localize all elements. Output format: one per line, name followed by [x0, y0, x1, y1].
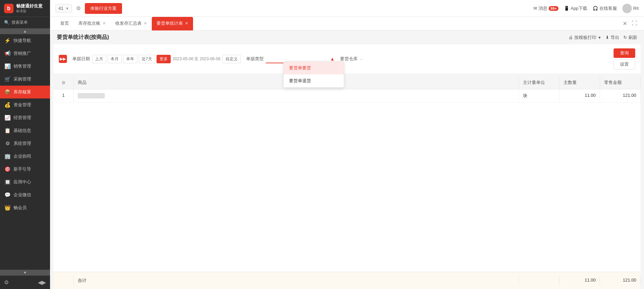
- sidebar-item-wechat[interactable]: 💬 企业微信: [0, 188, 50, 201]
- settings-bottom-icon[interactable]: ⚙: [4, 279, 9, 286]
- td-unit: 块: [519, 89, 559, 102]
- search-menu-item[interactable]: 🔍 搜索菜单: [0, 17, 50, 28]
- operation-icon: 📈: [4, 115, 11, 121]
- guide-icon: 🎯: [4, 166, 11, 172]
- sidebar-item-purchase[interactable]: 🛒 采购管理: [0, 73, 50, 86]
- topbar-right: ✉ 消息 99+ 📱 App下载 🎧 在线客服 Rit: [533, 4, 639, 13]
- tab-expand-icon[interactable]: ⛶: [630, 19, 639, 28]
- sidebar-item-enterprise[interactable]: 🏢 企业协同: [0, 150, 50, 163]
- sidebar-item-inventory[interactable]: 📦 库存核算: [0, 86, 50, 98]
- search-icon: 🔍: [4, 20, 9, 25]
- date-filter-group: 单据日期 上月 本月 本年 近7天 更多 2023-05-06 至 2023-0…: [72, 55, 241, 63]
- tf-total-quantity: 11.00: [559, 275, 600, 286]
- order-type-chevron-icon[interactable]: ▲: [330, 56, 335, 62]
- tab-order-stats-close-icon[interactable]: ✕: [185, 21, 188, 25]
- tab-receive-summary-close-icon[interactable]: ✕: [144, 21, 147, 25]
- tf-empty1: [53, 275, 74, 286]
- page-title: 要货单统计表(按商品): [57, 34, 109, 41]
- filter-buttons: 查询 设置: [614, 48, 635, 69]
- tab-order-stats[interactable]: 要货单统计表 ✕: [152, 17, 193, 30]
- date-filter-label: 单据日期: [72, 56, 90, 62]
- sidebar-item-basic[interactable]: 📋 基础信息: [0, 124, 50, 137]
- table-body: 1 块 11.00 121.00: [53, 89, 641, 272]
- sidebar-item-member[interactable]: 👑 畅会员: [0, 201, 50, 214]
- tab-inventory-batch-close-icon[interactable]: ✕: [102, 21, 106, 25]
- filter-expand-button[interactable]: ▶▶: [59, 55, 67, 63]
- sidebar-logo: b 畅捷通好生意 标准版: [0, 0, 50, 17]
- sidebar-scroll-down[interactable]: ▼: [0, 270, 50, 275]
- warehouse-filter-group: 要货仓库 ···: [340, 56, 363, 62]
- date-btn-this-year[interactable]: 本年: [123, 55, 137, 63]
- th-unit: 主计量单位: [519, 76, 559, 89]
- date-btn-up-month[interactable]: 上月: [92, 55, 106, 63]
- user-avatar-item[interactable]: Rit: [622, 4, 639, 13]
- product-blurred-value: [78, 93, 105, 98]
- td-quantity: 11.00: [559, 89, 600, 102]
- tab-close-all-icon[interactable]: ✕: [621, 19, 628, 28]
- filter-area: ▶▶ 单据日期 上月 本月 本年 近7天 更多 2023-05-06 至 202…: [53, 44, 641, 73]
- sidebar-item-quick-nav[interactable]: ⚡ 快捷导航: [0, 34, 50, 47]
- marketing-icon: 📢: [4, 50, 11, 57]
- date-btn-last-7-days[interactable]: 近7天: [139, 55, 155, 63]
- table-footer: 合计 11.00 121.00: [53, 272, 641, 289]
- page-header: 要货单统计表(按商品) 🖨 按模板打印 ▼ ⬇ 导出 ↻ 刷新: [50, 30, 644, 44]
- wechat-icon: 💬: [4, 192, 11, 198]
- td-product: [74, 89, 519, 102]
- tabs-bar: 首页 库存批次账 ✕ 收发存汇总表 ✕ 要货单统计表 ✕ ✕ ⛶: [50, 17, 644, 30]
- sales-icon: 📊: [4, 63, 11, 69]
- warehouse-more-icon[interactable]: ···: [360, 57, 363, 62]
- sidebar-item-guide[interactable]: 🎯 新手引导: [0, 163, 50, 176]
- selector-chevron-icon: ▼: [65, 6, 69, 10]
- industry-solution-button[interactable]: 体验行业方案: [85, 3, 122, 14]
- dropdown-item-order-request[interactable]: 要货单要货: [284, 62, 344, 74]
- system-icon: ⚙: [4, 140, 11, 147]
- dropdown-item-order-return[interactable]: 要货单退货: [284, 74, 344, 87]
- tab-home[interactable]: 首页: [55, 17, 74, 30]
- td-amount: 121.00: [600, 89, 641, 102]
- sidebar-item-app-center[interactable]: 🔲 应用中心: [0, 176, 50, 188]
- print-dropdown-chevron-icon: ▼: [598, 36, 601, 40]
- sidebar-toggle-icon[interactable]: ◀▶: [38, 279, 46, 286]
- app-download-item[interactable]: 📱 App下载: [564, 5, 587, 12]
- sidebar-item-marketing[interactable]: 📢 营销推广: [0, 47, 50, 60]
- messages-item[interactable]: ✉ 消息 99+: [533, 5, 558, 12]
- messages-icon: ✉: [533, 6, 537, 11]
- date-filter-buttons: 上月 本月 本年 近7天 更多: [92, 55, 171, 63]
- th-index: ⚙: [53, 76, 74, 89]
- date-btn-more[interactable]: 更多: [157, 55, 171, 63]
- sidebar-item-finance[interactable]: 💰 资金管理: [0, 98, 50, 111]
- tabs-expand-area: ✕ ⛶: [621, 19, 639, 28]
- table-settings-icon[interactable]: ⚙: [62, 80, 66, 85]
- tab-inventory-batch[interactable]: 库存批次账 ✕: [74, 17, 111, 30]
- basic-icon: 📋: [4, 128, 11, 134]
- topbar-gear-icon[interactable]: ⚙: [76, 5, 81, 12]
- date-range-label: 2023-05-06 至 2023-06-06: [173, 56, 220, 62]
- page-actions: 🖨 按模板打印 ▼ ⬇ 导出 ↻ 刷新: [569, 35, 637, 41]
- tab-receive-summary[interactable]: 收发存汇总表 ✕: [111, 17, 152, 30]
- sidebar-item-system[interactable]: ⚙ 系统管理: [0, 137, 50, 150]
- date-btn-this-month[interactable]: 本月: [108, 55, 122, 63]
- store-selector[interactable]: 41 ▼: [55, 4, 72, 13]
- app-logo-text: 畅捷通好生意 标准版: [16, 3, 43, 14]
- sidebar-item-sales[interactable]: 📊 销售管理: [0, 60, 50, 73]
- tf-total-amount: 121.00: [600, 275, 641, 286]
- query-button[interactable]: 查询: [614, 48, 635, 58]
- user-avatar: [622, 4, 632, 13]
- date-custom-button[interactable]: 自定义: [222, 55, 241, 63]
- sidebar-nav: ⚡ 快捷导航 📢 营销推广 📊 销售管理 🛒 采购管理 📦 库存核算 💰 资金管…: [0, 34, 50, 270]
- sidebar: b 畅捷通好生意 标准版 🔍 搜索菜单 ▲ ⚡ 快捷导航 📢 营销推广 📊 销售…: [0, 0, 50, 289]
- th-amount: 零售金额: [600, 76, 641, 89]
- table-row: 1 块 11.00 121.00: [53, 89, 641, 103]
- inventory-icon: 📦: [4, 89, 11, 95]
- sidebar-item-operation[interactable]: 📈 经营管理: [0, 111, 50, 124]
- app-download-icon: 📱: [564, 6, 569, 11]
- print-button[interactable]: 🖨 按模板打印 ▼: [569, 35, 601, 41]
- online-service-item[interactable]: 🎧 在线客服: [593, 5, 617, 12]
- sidebar-scroll-up[interactable]: ▲: [0, 28, 50, 34]
- export-button[interactable]: ⬇ 导出: [605, 35, 619, 41]
- order-type-dropdown: 要货单要货 要货单退货: [283, 61, 344, 88]
- purchase-icon: 🛒: [4, 76, 11, 82]
- finance-icon: 💰: [4, 102, 11, 108]
- set-button[interactable]: 设置: [614, 59, 635, 69]
- refresh-button[interactable]: ↻ 刷新: [623, 35, 637, 41]
